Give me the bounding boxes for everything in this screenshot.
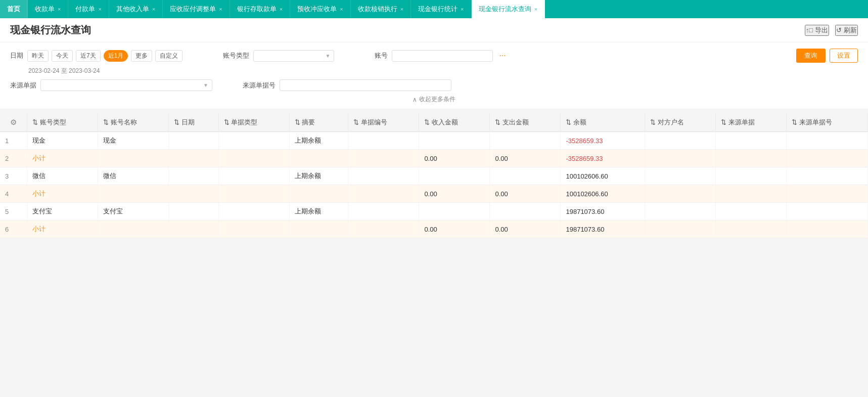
cell-doc-no — [348, 132, 419, 150]
settings-button[interactable]: 设置 — [830, 49, 858, 63]
close-ar-ap-icon[interactable]: × — [219, 6, 222, 12]
col-counterpart[interactable]: ⇅ 对方户名 — [645, 113, 715, 132]
cell-doc-type — [218, 203, 289, 220]
table-settings-icon[interactable]: ⚙ — [10, 118, 17, 126]
close-cash-stat-icon[interactable]: × — [461, 6, 464, 12]
col-account-name[interactable]: ⇅ 账号名称 — [98, 113, 169, 132]
nav-receipt[interactable]: 收款单 × — [28, 0, 68, 18]
account-type-filter: 账号类型 — [223, 50, 334, 62]
close-bank-deposit-icon[interactable]: × — [280, 6, 283, 12]
cell-income — [419, 203, 490, 220]
nav-cash-stat[interactable]: 现金银行统计 × — [411, 0, 471, 18]
cell-source-doc — [715, 185, 786, 203]
nav-bank-deposit[interactable]: 银行存取款单 × — [230, 0, 290, 18]
account-type-label: 账号类型 — [223, 51, 249, 60]
cell-source-doc — [715, 132, 786, 150]
table-row: 6小计0.000.0019871073.60 — [0, 220, 868, 238]
nav-ar-ap-adjust[interactable]: 应收应付调整单 × — [163, 0, 230, 18]
date-custom[interactable]: 自定义 — [155, 50, 182, 62]
date-range-display: 2023-02-24 至 2023-03-24 — [28, 67, 858, 75]
cell-counterpart — [645, 132, 715, 150]
cell-doc-type — [218, 167, 289, 185]
cell-income: 0.00 — [419, 220, 490, 238]
refresh-icon: ↺ — [836, 26, 842, 34]
nav-home[interactable]: 首页 — [0, 0, 28, 18]
col-income[interactable]: ⇅ 收入金额 — [419, 113, 490, 132]
cell-row-num: 4 — [0, 185, 27, 203]
col-balance[interactable]: ⇅ 余额 — [561, 113, 645, 132]
col-source-doc[interactable]: ⇅ 来源单据 — [715, 113, 786, 132]
col-date[interactable]: ⇅ 日期 — [169, 113, 218, 132]
cell-account-name — [98, 220, 169, 238]
data-table: ⚙ ⇅ 账号类型 ⇅ 账号名称 ⇅ 日期 ⇅ 单据类型 — [0, 113, 868, 238]
col-source-doc-no[interactable]: ⇅ 来源单据号 — [787, 113, 868, 132]
nav-other-income[interactable]: 其他收入单 × — [109, 0, 163, 18]
account-type-select-wrapper — [253, 50, 334, 62]
col-doc-type[interactable]: ⇅ 单据类型 — [218, 113, 289, 132]
close-cash-flow-icon[interactable]: × — [534, 6, 537, 12]
close-payment-icon[interactable]: × — [98, 6, 101, 12]
cell-summary: 上期余额 — [289, 167, 348, 185]
action-buttons: 查询 设置 — [796, 49, 858, 63]
cell-balance: -3528659.33 — [561, 150, 645, 167]
cell-source-doc — [715, 203, 786, 220]
cell-source-doc-no — [787, 220, 868, 238]
top-navigation: 首页 收款单 × 付款单 × 其他收入单 × 应收应付调整单 × 银行存取款单 … — [0, 0, 868, 18]
cell-balance: 100102606.60 — [561, 167, 645, 185]
nav-payment[interactable]: 付款单 × — [68, 0, 109, 18]
cell-income — [419, 132, 490, 150]
cell-doc-type — [218, 132, 289, 150]
cell-doc-type — [218, 150, 289, 167]
account-more-icon[interactable]: ··· — [499, 51, 506, 60]
collapse-button[interactable]: ∧ 收起更多条件 — [413, 95, 455, 104]
refresh-button[interactable]: ↺ 刷新 — [835, 25, 858, 36]
close-receipt-verify-icon[interactable]: × — [400, 6, 403, 12]
cell-row-num: 6 — [0, 220, 27, 238]
cell-account-name: 现金 — [98, 132, 169, 150]
source-doc-no-filter: 来源单据号 — [243, 79, 451, 91]
account-type-select[interactable] — [253, 50, 334, 62]
filter-area: 日期 昨天 今天 近7天 近1月 更多 自定义 账号类型 账号 ··· — [0, 42, 868, 109]
cell-expense — [490, 132, 561, 150]
account-input[interactable] — [392, 50, 493, 62]
source-doc-no-input[interactable] — [280, 79, 451, 91]
close-other-income-icon[interactable]: × — [152, 6, 155, 12]
cell-balance: -3528659.33 — [561, 132, 645, 150]
date-more[interactable]: 更多 — [131, 50, 152, 62]
date-1month[interactable]: 近1月 — [104, 50, 128, 62]
date-7days[interactable]: 近7天 — [76, 50, 101, 62]
cell-counterpart — [645, 167, 715, 185]
table-header: ⚙ ⇅ 账号类型 ⇅ 账号名称 ⇅ 日期 ⇅ 单据类型 — [0, 113, 868, 132]
date-filter: 日期 昨天 今天 近7天 近1月 更多 自定义 — [10, 50, 182, 62]
cell-income — [419, 167, 490, 185]
export-icon: ↑□ — [806, 26, 813, 34]
nav-cash-flow[interactable]: 现金银行流水查询 × — [472, 0, 545, 18]
nav-receipt-verify[interactable]: 收款核销执行 × — [351, 0, 411, 18]
export-button[interactable]: ↑□ 导出 — [805, 25, 829, 36]
account-label: 账号 — [375, 51, 388, 60]
cell-doc-no — [348, 185, 419, 203]
nav-prepay-offset[interactable]: 预收冲应收单 × — [290, 0, 350, 18]
cell-account-name: 微信 — [98, 167, 169, 185]
close-prepay-offset-icon[interactable]: × — [340, 6, 343, 12]
col-account-type[interactable]: ⇅ 账号类型 — [27, 113, 98, 132]
close-receipt-icon[interactable]: × — [58, 6, 61, 12]
query-button[interactable]: 查询 — [796, 49, 826, 63]
cell-counterpart — [645, 150, 715, 167]
cell-source-doc-no — [787, 132, 868, 150]
cell-counterpart — [645, 220, 715, 238]
cell-doc-no — [348, 220, 419, 238]
col-doc-no[interactable]: ⇅ 单据编号 — [348, 113, 419, 132]
date-yesterday[interactable]: 昨天 — [27, 50, 49, 62]
cell-expense — [490, 203, 561, 220]
source-doc-select[interactable] — [40, 79, 212, 91]
cell-summary — [289, 185, 348, 203]
date-today[interactable]: 今天 — [52, 50, 73, 62]
cell-row-num: 3 — [0, 167, 27, 185]
cell-account-type: 小计 — [27, 150, 98, 167]
cell-date — [169, 220, 218, 238]
cell-account-type: 支付宝 — [27, 203, 98, 220]
col-summary[interactable]: ⇅ 摘要 — [289, 113, 348, 132]
col-expense[interactable]: ⇅ 支出金额 — [490, 113, 561, 132]
cell-source-doc — [715, 167, 786, 185]
